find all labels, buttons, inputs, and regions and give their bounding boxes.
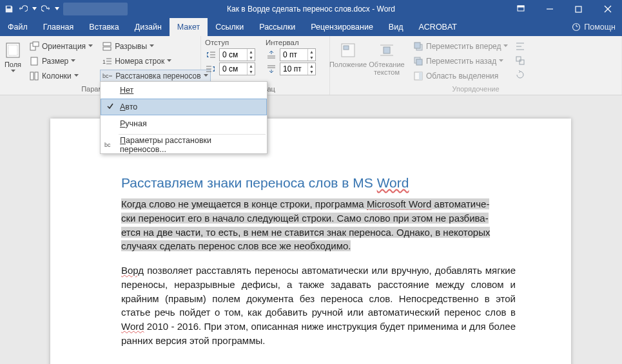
indent-right-input[interactable] [220,64,247,73]
tab-view[interactable]: Вид [381,18,411,36]
svg-rect-47 [520,60,524,64]
space-before-spinner[interactable]: ▲▼ [280,48,316,61]
orientation-button[interactable]: Ориентация [27,40,95,53]
tell-me-label: Помощн [584,23,616,32]
indent-right-spinner[interactable]: ▲▼ [219,62,255,75]
position-button[interactable]: Положение [334,39,362,82]
hyphenation-menu: Нет Авто Ручная bc Параметры расстановки… [100,81,267,154]
title-bar: Как в Ворде сделать перенос слов.docx - … [0,0,622,18]
tab-mailings[interactable]: Рассылки [251,18,303,36]
bring-forward-icon [413,41,423,52]
hyphenation-button[interactable]: bc Расстановка переносов [100,70,211,82]
doc-heading: Расставляем знаки переноса слов в MS Wor… [121,175,516,191]
margins-icon [4,41,22,59]
columns-button[interactable]: Колонки [27,70,95,82]
send-backward-button[interactable]: Переместить назад [411,55,510,68]
save-icon[interactable] [4,4,14,14]
svg-rect-15 [103,47,111,50]
position-icon [339,41,357,59]
hyph-options-icon: bc [104,140,115,151]
svg-rect-3 [576,6,581,12]
send-backward-icon [413,56,423,66]
hyph-manual[interactable]: Ручная [101,115,267,132]
tab-layout[interactable]: Макет [170,18,208,36]
minimize-button[interactable] [535,0,564,18]
size-button[interactable]: Размер [27,55,95,68]
tab-design[interactable]: Дизайн [127,18,170,36]
svg-rect-12 [30,72,34,80]
svg-text:bc: bc [102,73,109,79]
hyph-none[interactable]: Нет [101,82,267,99]
align-icon[interactable] [515,41,525,53]
rotate-icon[interactable] [515,70,525,82]
group-arrange-label: Упорядочение [334,84,617,95]
hyph-auto-label: вто [125,102,137,111]
indent-left-input[interactable] [220,50,247,59]
space-after-spinner[interactable]: ▲▼ [280,62,316,75]
bring-forward-button[interactable]: Переместить вперед [411,40,510,53]
window-title: Как в Ворде сделать перенос слов.docx - … [227,5,395,14]
svg-rect-33 [344,46,349,50]
undo-dropdown-caret[interactable] [32,7,37,12]
margins-button[interactable]: Поля [4,39,22,82]
group-arrange: Положение Обтекание текстом Переместить … [330,36,622,95]
space-after-row: ▲▼ [266,62,316,76]
size-icon [29,56,39,66]
ribbon-tabs: Файл Главная Вставка Дизайн Макет Ссылки… [0,18,622,36]
svg-rect-34 [384,47,390,53]
check-icon [106,102,114,112]
account-area[interactable] [63,3,128,15]
indent-left-icon [205,49,217,61]
svg-rect-11 [31,57,37,65]
orientation-icon [29,41,39,52]
svg-rect-14 [103,43,111,46]
doc-paragraph-2: Ворд позволяет расставлять переносы авто… [121,263,516,348]
group-objects-icon[interactable] [515,55,525,68]
doc-paragraph-1: Когда слово не умещается в конце строки,… [121,197,516,253]
indent-label: Отступ [205,39,255,48]
tab-file[interactable]: Файл [0,18,35,36]
tab-home[interactable]: Главная [35,18,82,36]
svg-rect-13 [35,72,38,80]
hyph-auto[interactable]: Авто [101,99,267,115]
tab-acrobat[interactable]: ACROBAT [411,18,465,36]
space-before-input[interactable] [280,50,307,59]
space-before-icon [266,49,277,61]
svg-text:bc: bc [104,142,111,148]
svg-rect-42 [419,72,422,80]
breaks-icon [102,41,112,52]
page[interactable]: Расставляем знаки переноса слов в MS Wor… [50,119,571,364]
menu-separator [119,134,266,135]
tab-review[interactable]: Рецензирование [303,18,381,36]
breaks-button[interactable]: Разрывы [100,40,211,53]
space-before-row: ▲▼ [266,48,316,62]
selection-pane-button[interactable]: Область выделения [411,70,510,82]
line-numbers-icon: 1 [102,56,112,66]
wrap-text-button[interactable]: Обтекание текстом [367,39,406,82]
ribbon-options-button[interactable] [506,0,535,18]
svg-rect-40 [416,59,422,65]
tell-me[interactable]: Помощн [565,18,622,36]
tab-references[interactable]: Ссылки [208,18,251,36]
indent-right-icon [205,63,217,75]
indent-left-row: ▲▼ [205,48,255,62]
redo-icon[interactable] [41,4,51,14]
tab-insert[interactable]: Вставка [81,18,126,36]
hyph-options[interactable]: bc Параметры расстановки переносов... [101,137,267,153]
space-after-icon [266,63,277,75]
close-button[interactable] [593,0,622,18]
svg-rect-10 [33,42,39,46]
maximize-button[interactable] [564,0,593,18]
svg-rect-1 [518,6,524,7]
qat-customize-caret[interactable] [55,7,59,12]
space-after-input[interactable] [280,64,307,73]
window-controls [506,0,622,18]
indent-left-spinner[interactable]: ▲▼ [219,48,255,61]
undo-icon[interactable] [18,4,28,14]
svg-text:1: 1 [102,59,106,65]
line-numbers-button[interactable]: 1 Номера строк [100,55,211,68]
quick-access-toolbar [0,4,63,14]
svg-rect-46 [516,57,521,61]
document-area[interactable]: Расставляем знаки переноса слов в MS Wor… [0,95,622,364]
wrap-text-icon [378,41,396,59]
